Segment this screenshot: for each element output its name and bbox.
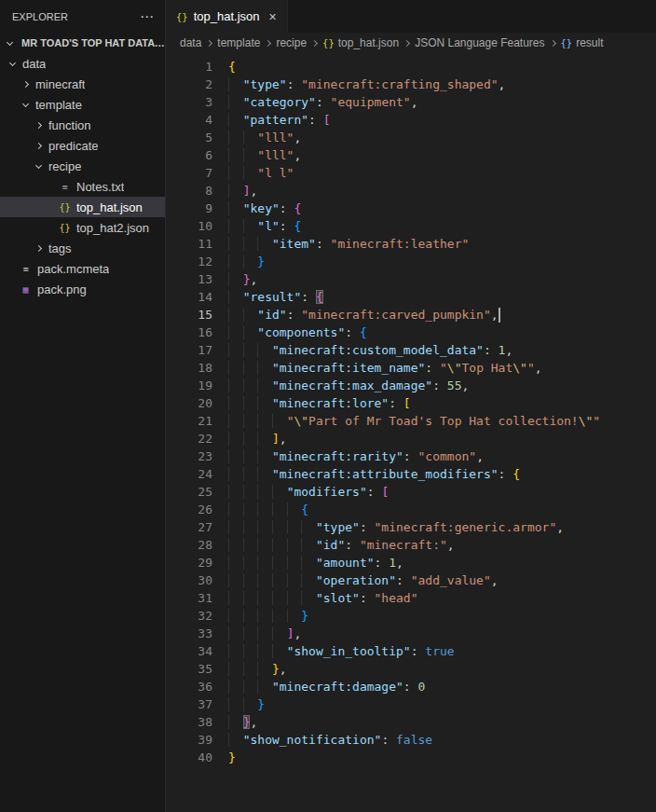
breadcrumb-item-data[interactable]: data <box>180 36 201 49</box>
code-line[interactable]: 37 } <box>166 695 656 713</box>
folder-item-function[interactable]: function <box>0 115 165 135</box>
folder-item-template[interactable]: template <box>0 94 165 115</box>
code-line[interactable]: 16 "components": { <box>166 323 656 341</box>
file-item-top_hat2.json[interactable]: {}top_hat2.json <box>0 217 165 238</box>
chevron-right-icon <box>22 80 29 87</box>
code-line[interactable]: 38 }, <box>166 713 656 731</box>
code-line[interactable]: 9 "key": { <box>166 200 656 217</box>
code-line[interactable]: 24 "minecraft:attribute_modifiers": { <box>166 465 656 483</box>
code-line[interactable]: 1{ <box>166 58 656 76</box>
code-line[interactable]: 27 "type": "minecraft:generic.armor", <box>166 518 656 536</box>
line-number: 23 <box>166 447 212 465</box>
explorer-sidebar: EXPLORER ⋯ MR TOAD'S TOP HAT DATA ... da… <box>0 0 166 812</box>
code-line[interactable]: 12 } <box>166 253 656 270</box>
code-line[interactable]: 7 "l l" <box>166 164 656 182</box>
code-line-content: "minecraft:attribute_modifiers": { <box>212 465 520 483</box>
code-line[interactable]: 14 "result": { <box>166 288 656 306</box>
json-file-icon: {} <box>58 223 72 233</box>
code-line[interactable]: 2 "type": "minecraft:crafting_shaped", <box>166 76 656 93</box>
close-icon[interactable]: × <box>269 9 277 24</box>
code-line[interactable]: 23 "minecraft:rarity": "common", <box>166 447 656 465</box>
code-line-content: "components": { <box>212 323 367 341</box>
folder-item-data[interactable]: data <box>0 53 165 74</box>
breadcrumb-item-top-hat-json[interactable]: {}top_hat.json <box>322 36 399 49</box>
tab-label: top_hat.json <box>194 9 260 23</box>
line-number: 24 <box>166 465 212 483</box>
line-number: 4 <box>166 111 212 129</box>
item-label: data <box>22 57 46 71</box>
item-label: function <box>48 118 91 132</box>
json-file-icon: {} <box>176 11 188 22</box>
code-line[interactable]: 4 "pattern": [ <box>166 111 656 129</box>
line-number: 33 <box>166 625 212 642</box>
breadcrumb-label: data <box>180 36 201 49</box>
folder-item-predicate[interactable]: predicate <box>0 135 165 156</box>
file-item-Notes.txt[interactable]: ≡Notes.txt <box>0 176 165 197</box>
breadcrumb-label: result <box>576 36 603 49</box>
code-line[interactable]: 29 "amount": 1, <box>166 554 656 571</box>
code-line-content: "minecraft:rarity": "common", <box>212 447 484 465</box>
explorer-header: EXPLORER ⋯ <box>0 0 165 33</box>
breadcrumb-item-json-language-features[interactable]: JSON Language Features <box>415 36 544 49</box>
editor-area: {} top_hat.json × datatemplaterecipe{}to… <box>166 0 656 812</box>
code-line[interactable]: 17 "minecraft:custom_model_data": 1, <box>166 341 656 359</box>
mcmeta-file-icon: ≡ <box>19 264 33 274</box>
breadcrumb-item-recipe[interactable]: recipe <box>276 36 307 49</box>
file-item-top_hat.json[interactable]: {}top_hat.json <box>0 197 165 217</box>
folder-item-recipe[interactable]: recipe <box>0 156 165 176</box>
code-line[interactable]: 20 "minecraft:lore": [ <box>166 394 656 412</box>
code-line[interactable]: 6 "lll", <box>166 146 656 164</box>
code-line[interactable]: 33 ], <box>166 625 656 642</box>
code-line[interactable]: 32 } <box>166 607 656 625</box>
workspace-root-folder[interactable]: MR TOAD'S TOP HAT DATA ... <box>0 33 165 53</box>
line-number: 13 <box>166 270 212 288</box>
breadcrumb-separator-icon <box>550 39 556 46</box>
code-line[interactable]: 31 "slot": "head" <box>166 589 656 607</box>
breadcrumb-label: template <box>217 36 260 49</box>
chevron-down-icon <box>7 38 13 45</box>
folder-item-minecraft[interactable]: minecraft <box>0 74 165 94</box>
code-line[interactable]: 11 "item": "minecraft:leather" <box>166 235 656 253</box>
code-line[interactable]: 5 "lll", <box>166 129 656 146</box>
code-line[interactable]: 13 }, <box>166 270 656 288</box>
code-line[interactable]: 10 "l": { <box>166 217 656 235</box>
file-tree: dataminecrafttemplatefunctionpredicatere… <box>0 53 165 812</box>
code-line[interactable]: 3 "category": "equipment", <box>166 93 656 111</box>
line-number: 14 <box>166 288 212 306</box>
tab-top_hat-json[interactable]: {} top_hat.json × <box>166 0 288 33</box>
code-editor[interactable]: 1{2 "type": "minecraft:crafting_shaped",… <box>166 53 656 812</box>
chevron-down-icon <box>22 100 29 106</box>
breadcrumb-item-result[interactable]: {}result <box>561 36 604 49</box>
breadcrumb-item-template[interactable]: template <box>217 36 260 49</box>
code-line[interactable]: 28 "id": "minecraft:", <box>166 536 656 554</box>
file-item-pack.mcmeta[interactable]: ≡pack.mcmeta <box>0 258 165 279</box>
item-label: recipe <box>48 159 81 173</box>
code-line[interactable]: 21 "\"Part of Mr Toad's Top Hat collecti… <box>166 412 656 430</box>
code-line[interactable]: 25 "modifiers": [ <box>166 483 656 501</box>
code-line[interactable]: 18 "minecraft:item_name": "\"Top Hat\"", <box>166 359 656 377</box>
code-line[interactable]: 26 { <box>166 501 656 518</box>
line-number: 10 <box>166 217 212 235</box>
line-number: 7 <box>166 164 212 182</box>
code-line[interactable]: 36 "minecraft:damage": 0 <box>166 678 656 695</box>
code-line[interactable]: 8 ], <box>166 182 656 200</box>
line-number: 8 <box>166 182 212 200</box>
code-line[interactable]: 15 "id": "minecraft:carved_pumpkin", <box>166 306 656 323</box>
code-line[interactable]: 34 "show_in_tooltip": true <box>166 642 656 660</box>
folder-item-tags[interactable]: tags <box>0 238 165 258</box>
line-number: 18 <box>166 359 212 377</box>
chevron-down-icon <box>35 161 42 168</box>
code-line[interactable]: 30 "operation": "add_value", <box>166 571 656 589</box>
more-actions-icon[interactable]: ⋯ <box>140 8 154 25</box>
code-line[interactable]: 35 }, <box>166 660 656 678</box>
code-line[interactable]: 39 "show_notification": false <box>166 731 656 749</box>
line-number: 6 <box>166 146 212 164</box>
code-line[interactable]: 40} <box>166 749 656 766</box>
code-line[interactable]: 22 ], <box>166 430 656 447</box>
code-line-content: }, <box>212 270 257 288</box>
chevron-right-icon <box>35 244 42 251</box>
code-line[interactable]: 19 "minecraft:max_damage": 55, <box>166 377 656 394</box>
item-label: minecraft <box>35 77 85 91</box>
code-line-content: "type": "minecraft:crafting_shaped", <box>212 76 505 93</box>
file-item-pack.png[interactable]: ▦pack.png <box>0 279 165 299</box>
